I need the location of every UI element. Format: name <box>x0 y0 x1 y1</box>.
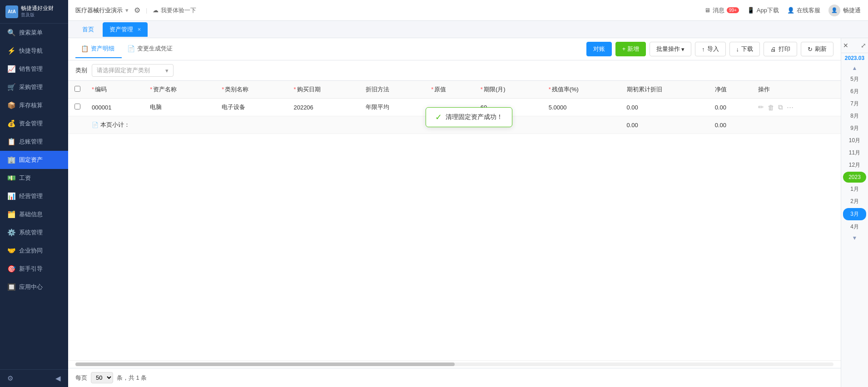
tab-assets[interactable]: 资产管理 × <box>103 22 148 37</box>
online-service-action[interactable]: 👤 在线客服 <box>787 6 820 15</box>
sidebar-item-ledger[interactable]: 📋 总账管理 <box>0 133 68 151</box>
month-5[interactable]: 5月 <box>841 73 868 85</box>
sub-tabs: 📋 资产明细 📄 变更生成凭证 <box>68 40 187 58</box>
select-all-checkbox[interactable] <box>74 86 80 92</box>
header-purchase-date: *购买日期 <box>288 81 360 99</box>
copy-icon[interactable]: ⧉ <box>778 103 783 111</box>
category-select[interactable]: 请选择固定资产类别 ▾ <box>92 64 174 77</box>
month-10[interactable]: 10月 <box>841 134 868 147</box>
sub-tab-detail[interactable]: 📋 资产明细 <box>75 40 122 58</box>
cloud-icon: ☁ <box>153 7 159 14</box>
row-original-value: ✓ 清理固定资产成功！ <box>426 99 475 116</box>
logo-text: 畅捷通好业财 <box>21 5 54 12</box>
more-icon[interactable]: ⋯ <box>787 103 794 111</box>
import-icon: ↑ <box>702 46 705 53</box>
table-header-row: *编码 *资产名称 *类别名称 *购买日期 折旧方法 *原值 *期限(月) *残… <box>68 81 841 99</box>
sidebar-item-label: 固定资产 <box>19 156 43 164</box>
sidebar-item-system[interactable]: ⚙️ 系统管理 <box>0 223 68 242</box>
import-label: 导入 <box>707 45 719 53</box>
year-marker-2023[interactable]: 2023 <box>843 172 866 183</box>
sidebar-item-fixed-assets[interactable]: 🏢 固定资产 <box>0 151 68 169</box>
header-period: *期限(月) <box>475 81 543 99</box>
horizontal-scrollbar[interactable] <box>68 360 841 368</box>
main-area: 医疗器械行业演示 ▾ ⚙ | ☁ 我要体验一下 🖥 消息 99+ 📱 App下载… <box>68 0 868 387</box>
right-panel-close-icon[interactable]: ✕ <box>843 42 848 49</box>
row-checkbox[interactable] <box>74 104 80 109</box>
system-icon: ⚙️ <box>7 228 15 237</box>
user-area[interactable]: 👤 畅捷通 <box>828 5 861 16</box>
new-button[interactable]: + 新增 <box>615 42 646 56</box>
app-download-action[interactable]: 📱 App下载 <box>747 6 779 15</box>
tab-close-icon[interactable]: × <box>138 26 141 33</box>
download-label: 下载 <box>741 45 753 53</box>
month-3-current[interactable]: 3月 <box>843 208 866 220</box>
batch-op-button[interactable]: 批量操作 ▾ <box>650 42 691 56</box>
experience-button[interactable]: ☁ 我要体验一下 <box>153 6 196 15</box>
print-icon: 🖨 <box>770 46 776 53</box>
sidebar-item-salary[interactable]: 💵 工资 <box>0 169 68 187</box>
month-6[interactable]: 6月 <box>841 85 868 98</box>
refresh-button[interactable]: ↻ 刷新 <box>801 42 833 56</box>
scroll-up-icon[interactable]: ▲ <box>852 63 858 73</box>
operations-icon: 📊 <box>7 192 15 200</box>
sidebar-item-inventory[interactable]: 📦 库存核算 <box>0 96 68 114</box>
sidebar-item-basic-info[interactable]: 🗂️ 基础信息 <box>0 205 68 223</box>
finance-icon: 💰 <box>7 119 15 128</box>
collapse-icon[interactable]: ◀ <box>55 374 61 382</box>
import-button[interactable]: ↑ 导入 <box>695 42 726 56</box>
sidebar-item-label: 基础信息 <box>19 210 43 218</box>
header-asset-name: *资产名称 <box>144 81 216 99</box>
sidebar-nav: 🔍 搜索菜单 ⚡ 快捷导航 📈 销售管理 🛒 采购管理 📦 库存核算 💰 资金管… <box>0 24 68 369</box>
month-4[interactable]: 4月 <box>841 221 868 233</box>
scroll-down-icon[interactable]: ▼ <box>852 233 858 243</box>
notification-action[interactable]: 🖥 消息 99+ <box>704 6 739 15</box>
company-select[interactable]: 医疗器械行业演示 ▾ <box>75 6 129 15</box>
table-wrapper: *编码 *资产名称 *类别名称 *购买日期 折旧方法 *原值 *期限(月) *残… <box>68 81 841 360</box>
edit-icon[interactable]: ✏ <box>758 103 764 111</box>
per-page-select[interactable]: 50 <box>91 372 113 383</box>
sidebar-item-collab[interactable]: 🤝 企业协同 <box>0 242 68 260</box>
settings-icon[interactable]: ⚙ <box>7 374 13 382</box>
tab-home-label: 首页 <box>82 26 94 33</box>
row-initial-accumulated: 0.00 <box>621 99 709 116</box>
month-11[interactable]: 11月 <box>841 147 868 159</box>
sidebar-item-search[interactable]: 🔍 搜索菜单 <box>0 24 68 42</box>
chevron-down-icon: ▾ <box>125 7 129 14</box>
month-7[interactable]: 7月 <box>841 98 868 110</box>
scrollbar-track <box>75 362 833 366</box>
sub-tab-voucher[interactable]: 📄 变更生成凭证 <box>122 40 180 58</box>
month-1[interactable]: 1月 <box>841 183 868 195</box>
batch-chevron-icon: ▾ <box>681 46 684 53</box>
right-panel-expand-icon[interactable]: ⤢ <box>861 42 866 49</box>
header-right: 🖥 消息 99+ 📱 App下载 👤 在线客服 👤 畅捷通 <box>704 5 861 16</box>
download-button[interactable]: ↓ 下载 <box>729 42 760 56</box>
month-2[interactable]: 2月 <box>841 195 868 208</box>
header-residual-rate: *残值率(%) <box>543 81 621 99</box>
sidebar-logo: AtA 畅捷通好业财 普及版 <box>0 0 68 24</box>
print-button[interactable]: 🖨 打印 <box>764 42 797 56</box>
gear-icon[interactable]: ⚙ <box>134 6 140 15</box>
month-12[interactable]: 12月 <box>841 159 868 171</box>
pagination-bar: 每页 50 条，共 1 条 <box>68 368 841 387</box>
logo-sub: 普及版 <box>21 12 54 18</box>
notification-badge: 99+ <box>727 7 739 13</box>
row-asset-name: 电脑 <box>144 99 216 116</box>
sidebar-item-sales[interactable]: 📈 销售管理 <box>0 60 68 78</box>
sidebar-item-operations[interactable]: 📊 经营管理 <box>0 187 68 205</box>
subtotal-initial: 0.00 <box>621 116 709 134</box>
sidebar-item-finance[interactable]: 💰 资金管理 <box>0 114 68 133</box>
month-9[interactable]: 9月 <box>841 122 868 134</box>
category-label: 类别 <box>75 66 87 74</box>
sidebar-item-purchase[interactable]: 🛒 采购管理 <box>0 78 68 96</box>
month-8[interactable]: 8月 <box>841 110 868 122</box>
category-placeholder: 请选择固定资产类别 <box>97 66 150 74</box>
collab-icon: 🤝 <box>7 247 15 255</box>
reconcile-button[interactable]: 对账 <box>586 42 612 56</box>
select-chevron-icon: ▾ <box>165 67 169 74</box>
delete-icon[interactable]: 🗑 <box>768 104 774 111</box>
sidebar-item-guide[interactable]: 🎯 新手引导 <box>0 260 68 278</box>
sidebar-item-quicknav[interactable]: ⚡ 快捷导航 <box>0 42 68 60</box>
tab-home[interactable]: 首页 <box>75 22 101 37</box>
header-original-value: *原值 <box>426 81 475 99</box>
sidebar-item-app-center[interactable]: 🔲 应用中心 <box>0 278 68 296</box>
